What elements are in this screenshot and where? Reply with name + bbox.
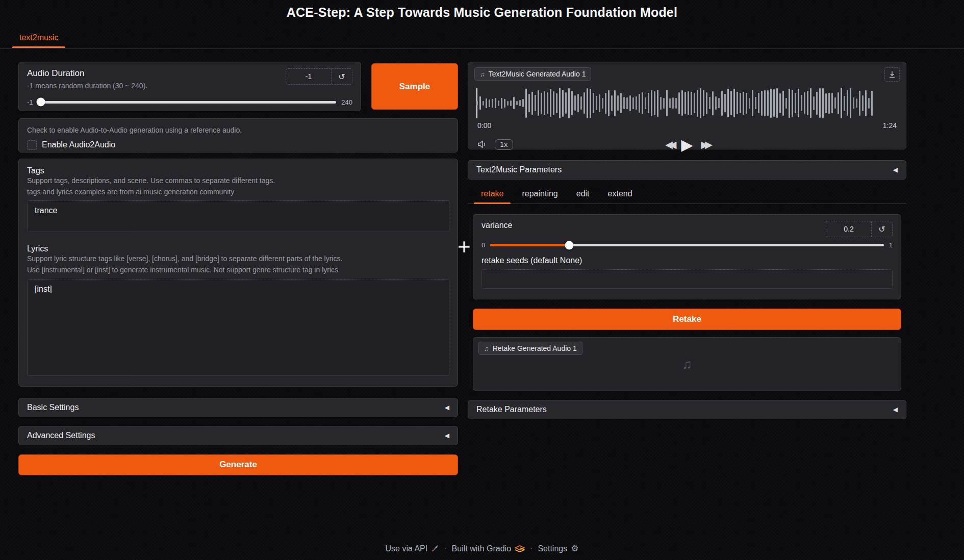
rocket-icon xyxy=(431,545,439,552)
waveform-bar xyxy=(715,96,717,110)
audio2audio-checkbox[interactable] xyxy=(27,140,37,150)
waveform-bar xyxy=(654,91,655,115)
built-with-gradio-link[interactable]: Built with Gradio xyxy=(452,544,525,553)
audio-duration-value[interactable]: -1 xyxy=(286,69,331,84)
waveform-bar xyxy=(522,99,524,107)
waveform-bar xyxy=(626,97,628,109)
waveform-bar xyxy=(755,97,756,109)
waveform-bar xyxy=(571,91,573,115)
waveform-bar xyxy=(822,88,824,118)
page-title: ACE-Step: A Step Towards Music Generatio… xyxy=(0,0,964,20)
left-column: Audio Duration -1 means random duration … xyxy=(18,62,458,475)
gear-icon: ⚙ xyxy=(571,543,578,554)
lyrics-info-2: Use [instrumental] or [inst] to generate… xyxy=(27,265,449,276)
waveform-bar xyxy=(519,100,521,106)
retake-audio-chip-label: Retake Generated Audio 1 xyxy=(493,344,577,352)
waveform-bar xyxy=(730,91,732,115)
gradio-logo-icon xyxy=(515,545,525,552)
tags-input[interactable] xyxy=(27,200,449,232)
play-button[interactable]: ▶ xyxy=(681,136,693,154)
waveform-bar xyxy=(531,92,533,115)
waveform-bar xyxy=(599,94,600,112)
retake-audio-chip: ♫ Retake Generated Audio 1 xyxy=(478,342,582,355)
waveform-bar xyxy=(703,90,704,116)
waveform-bar xyxy=(559,88,561,118)
waveform-bar xyxy=(789,89,790,118)
waveform-bar xyxy=(847,90,848,116)
advanced-settings-accordion[interactable]: Advanced Settings ◀ xyxy=(18,426,458,445)
variance-slider-handle[interactable] xyxy=(565,241,573,249)
audio-duration-slider-handle[interactable] xyxy=(37,98,45,107)
tab-extend[interactable]: extend xyxy=(599,188,642,203)
settings-label: Settings xyxy=(538,544,567,553)
waveform-bar xyxy=(733,89,735,117)
forward-button[interactable]: ▶▶ xyxy=(701,139,709,150)
waveform-bar xyxy=(593,93,594,113)
waveform-bar xyxy=(556,93,557,113)
audio-duration-reset-icon[interactable]: ↺ xyxy=(331,69,352,84)
waveform-bar xyxy=(834,97,836,109)
retake-seeds-input[interactable] xyxy=(481,269,893,289)
waveform[interactable] xyxy=(476,87,898,119)
tab-repainting[interactable]: repainting xyxy=(513,188,567,203)
rewind-button[interactable]: ◀◀ xyxy=(665,139,673,150)
audio-duration-slider[interactable] xyxy=(38,101,337,104)
waveform-bar xyxy=(513,97,515,109)
tab-text2music[interactable]: text2music xyxy=(12,33,65,47)
tab-retake-underline xyxy=(474,202,511,204)
variance-value[interactable]: 0.2 xyxy=(826,221,871,237)
waveform-bar xyxy=(764,90,766,116)
waveform-bar xyxy=(841,88,842,118)
waveform-bar xyxy=(565,92,567,114)
waveform-bar xyxy=(697,90,698,117)
retake-parameters-accordion[interactable]: Retake Parameters ◀ xyxy=(468,400,906,419)
waveform-bar xyxy=(645,97,646,109)
waveform-bar xyxy=(678,92,680,114)
variance-reset-icon[interactable]: ↺ xyxy=(871,221,892,237)
waveform-bar xyxy=(580,96,582,110)
t2m-parameters-accordion[interactable]: Text2Music Parameters ◀ xyxy=(468,160,906,180)
waveform-bar xyxy=(541,93,542,114)
waveform-bar xyxy=(675,98,677,109)
retake-parameters-label: Retake Parameters xyxy=(476,405,547,414)
lyrics-label: Lyrics xyxy=(27,244,449,253)
playback-speed-button[interactable]: 1x xyxy=(495,139,513,150)
settings-link[interactable]: Settings ⚙ xyxy=(538,543,578,554)
duration-row: Audio Duration -1 means random duration … xyxy=(18,62,458,111)
waveform-bar xyxy=(577,94,579,112)
current-time: 0:00 xyxy=(477,121,491,130)
waveform-bar xyxy=(504,99,505,108)
waveform-bar xyxy=(584,92,585,114)
empty-audio-note-icon: ♫ xyxy=(682,357,692,372)
use-via-api-link[interactable]: Use via API xyxy=(386,544,439,553)
use-via-api-label: Use via API xyxy=(386,544,428,553)
waveform-bar xyxy=(657,90,658,117)
generate-button[interactable]: Generate xyxy=(18,454,458,475)
waveform-bar xyxy=(737,92,738,114)
sample-button[interactable]: Sample xyxy=(371,63,458,110)
basic-settings-accordion[interactable]: Basic Settings ◀ xyxy=(18,398,458,417)
waveform-bar xyxy=(629,95,631,111)
tab-retake[interactable]: retake xyxy=(472,188,513,203)
tab-edit-label: edit xyxy=(576,189,590,198)
mode-tabbar: retake repainting edit extend xyxy=(468,188,906,204)
volume-icon[interactable] xyxy=(477,140,489,149)
waveform-bar xyxy=(535,95,536,111)
waveform-bar xyxy=(568,88,570,118)
footer-separator: · xyxy=(530,544,532,553)
t2m-audio-chip: ♫ Text2Music Generated Audio 1 xyxy=(474,67,591,81)
tab-text2music-label: text2music xyxy=(19,33,58,42)
audio-duration-panel: Audio Duration -1 means random duration … xyxy=(18,62,361,111)
download-button[interactable] xyxy=(884,67,900,82)
waveform-bar xyxy=(721,91,723,116)
audio-duration-min: -1 xyxy=(27,98,33,106)
lyrics-input[interactable] xyxy=(27,279,449,376)
waveform-bar xyxy=(868,98,870,109)
variance-slider[interactable] xyxy=(490,244,884,246)
waveform-bar xyxy=(547,92,548,114)
retake-button[interactable]: Retake xyxy=(473,309,901,330)
tab-extend-label: extend xyxy=(608,189,632,198)
tab-edit[interactable]: edit xyxy=(567,188,599,203)
waveform-bar xyxy=(828,93,830,114)
variance-valuebox: 0.2 ↺ xyxy=(826,221,893,237)
